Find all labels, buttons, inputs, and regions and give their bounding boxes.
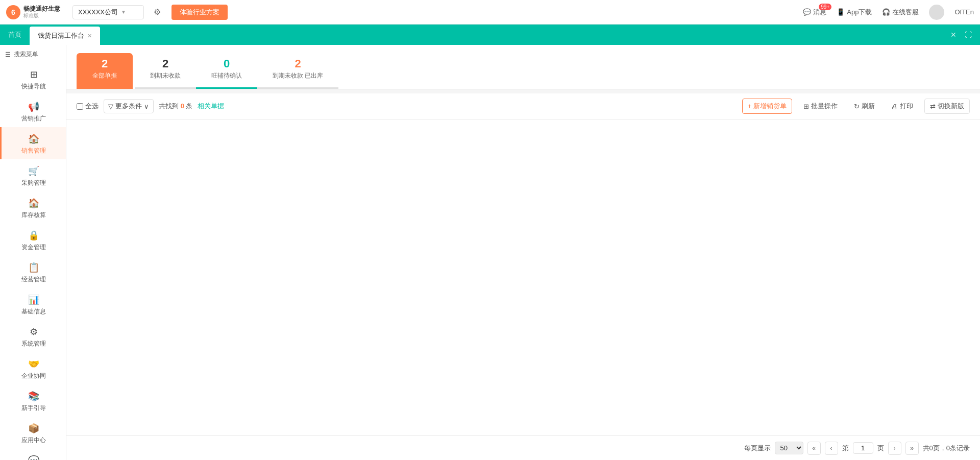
stat-tab-overdue[interactable]: 2 到期未收款 [135,53,196,89]
company-selector[interactable]: XXXXXX公司 ▼ [72,5,144,19]
app-center-icon: 📦 [28,423,39,434]
page-suffix: 页 [877,444,884,453]
sidebar-item-label: 应用中心 [21,436,46,445]
last-page-icon: » [910,445,914,452]
often-label: OfTEn [954,8,974,16]
sidebar-item-enterprise-wechat[interactable]: 💬 企业微信 [0,449,66,460]
per-page-select[interactable]: 20 50 100 [775,442,803,454]
download-icon: 📱 [837,8,845,16]
chevron-down-icon: ▼ [121,9,126,15]
related-records-link[interactable]: 相关单据 [198,102,224,111]
online-service-button[interactable]: 🎧 在线客服 [882,8,919,17]
logo-sub: 标准版 [23,13,60,19]
prev-page-icon: ‹ [830,445,832,452]
close-window-icon[interactable]: ✕ [948,29,959,41]
switch-icon: ⇄ [930,103,936,110]
avatar[interactable] [929,5,944,20]
batch-label: 批量操作 [811,102,838,111]
found-unit: 条 [186,102,192,110]
filter-icon: ▽ [108,103,113,110]
select-all-checkbox[interactable]: 全选 [77,102,99,111]
add-sales-order-button[interactable]: + 新增销货单 [742,99,792,114]
prev-page-button[interactable]: ‹ [825,442,838,455]
inventory-icon: 🏠 [28,198,39,209]
filter-arrow-icon: ∨ [144,103,149,110]
page-prefix: 第 [842,444,849,453]
sidebar-item-label: 销售管理 [21,147,46,155]
table-area [66,119,980,435]
switch-label: 切换新版 [938,102,964,111]
content-area: 2 全部单据 2 到期未收款 0 旺辅待确认 2 到期未收款 已出库 全选 [66,45,980,460]
next-page-icon: › [894,445,896,452]
batch-operation-button[interactable]: ⊞ 批量操作 [798,99,843,113]
first-page-button[interactable]: « [807,442,821,455]
sidebar-item-label: 采购管理 [21,179,46,187]
trial-button[interactable]: 体验行业方案 [172,5,228,20]
found-count: 0 [181,102,184,110]
toolbar-right: + 新增销货单 ⊞ 批量操作 ↻ 刷新 🖨 打印 ⇄ 切换新版 [742,99,970,114]
sidebar-item-system[interactable]: ⚙ 系统管理 [0,320,66,352]
toolbar-left: 全选 ▽ 更多条件 ∨ 共找到 0 条 相关单据 [77,99,736,113]
message-button[interactable]: 💬 消息 99+ [803,8,826,17]
sidebar-item-operations[interactable]: 📋 经营管理 [0,256,66,288]
message-icon: 💬 [803,8,811,16]
service-icon: 🎧 [882,8,890,16]
sidebar-item-inventory[interactable]: 🏠 库存核算 [0,191,66,224]
stat-tab-wangpu[interactable]: 0 旺辅待确认 [196,53,257,89]
sidebar-item-label: 资金管理 [21,243,46,252]
finance-icon: 🔒 [28,230,39,241]
top-nav: 6 畅捷通好生意 标准版 XXXXXX公司 ▼ ⚙ 体验行业方案 💬 消息 99… [0,0,980,25]
pagination: 每页显示 20 50 100 « ‹ 第 页 › » 共0页，0条记录 [66,435,980,460]
settings-button[interactable]: ⚙ [149,4,165,20]
page-number-input[interactable] [853,442,873,454]
refresh-label: 刷新 [862,102,875,111]
tab-home[interactable]: 首页 [0,25,30,45]
sidebar: ☰ 搜索菜单 ⊞ 快捷导航 📢 营销推广 🏠 销售管理 🛒 采购管理 🏠 库存核… [0,45,66,460]
base-info-icon: 📊 [28,294,39,305]
stat-label-overdue: 到期未收款 [150,71,181,80]
search-menu-button[interactable]: ☰ 搜索菜单 [0,45,66,63]
select-all-input[interactable] [77,103,83,110]
found-text: 共找到 0 条 [159,102,192,111]
stat-label-all: 全部单据 [92,71,117,80]
quick-nav-icon: ⊞ [30,69,38,80]
sidebar-item-label: 经营管理 [21,275,46,284]
sidebar-item-sales[interactable]: 🏠 销售管理 [0,127,66,159]
app-download-button[interactable]: 📱 App下载 [837,8,872,17]
search-menu-label: 搜索菜单 [14,50,38,59]
sidebar-item-marketing[interactable]: 📢 营销推广 [0,95,66,127]
stat-number-all: 2 [102,57,108,70]
sidebar-item-finance[interactable]: 🔒 资金管理 [0,224,66,256]
sidebar-item-label: 系统管理 [21,340,46,348]
switch-version-button[interactable]: ⇄ 切换新版 [924,99,970,114]
logo-text: 畅捷通好生意 标准版 [23,5,60,18]
main-layout: ☰ 搜索菜单 ⊞ 快捷导航 📢 营销推广 🏠 销售管理 🛒 采购管理 🏠 库存核… [0,45,980,460]
sidebar-item-guide[interactable]: 📚 新手引导 [0,384,66,417]
company-name: XXXXXX公司 [78,8,118,17]
sidebar-item-app-center[interactable]: 📦 应用中心 [0,417,66,449]
stat-label-wangpu: 旺辅待确认 [211,71,242,80]
close-tab-icon[interactable]: ✕ [87,33,92,39]
refresh-button[interactable]: ↻ 刷新 [849,99,880,113]
sidebar-item-quick-nav[interactable]: ⊞ 快捷导航 [0,63,66,95]
enterprise-icon: 🤝 [28,358,39,370]
last-page-button[interactable]: » [905,442,919,455]
print-icon: 🖨 [891,103,898,110]
more-filter-button[interactable]: ▽ 更多条件 ∨ [104,99,154,113]
tab-bar: 首页 钱货日清工作台 ✕ ✕ ⛶ [0,25,980,45]
tab-cashflow[interactable]: 钱货日清工作台 ✕ [30,27,100,45]
expand-window-icon[interactable]: ⛶ [963,29,974,41]
stat-tab-unshipped[interactable]: 2 到期未收款 已出库 [257,53,338,89]
stat-tab-all[interactable]: 2 全部单据 [77,53,133,89]
first-page-icon: « [812,445,816,452]
sidebar-item-base-info[interactable]: 📊 基础信息 [0,288,66,320]
found-prefix: 共找到 [159,102,179,110]
sidebar-item-enterprise[interactable]: 🤝 企业协同 [0,352,66,384]
stat-number-unshipped: 2 [295,57,301,70]
purchase-icon: 🛒 [28,165,39,177]
print-button[interactable]: 🖨 打印 [886,99,918,113]
toolbar: 全选 ▽ 更多条件 ∨ 共找到 0 条 相关单据 + 新增销货单 ⊞ 批 [66,93,980,119]
next-page-button[interactable]: › [888,442,901,455]
sidebar-item-purchase[interactable]: 🛒 采购管理 [0,159,66,191]
batch-icon: ⊞ [803,103,809,110]
